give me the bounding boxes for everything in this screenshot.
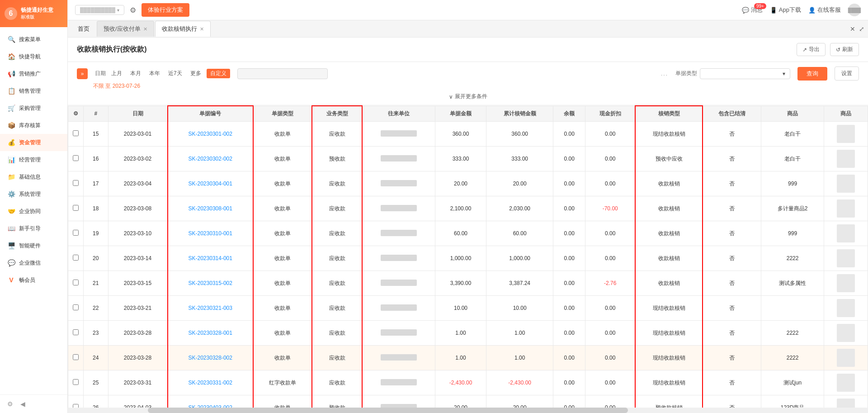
voucher-type-select[interactable]: ▾	[700, 68, 790, 79]
row-writeoff-amount: 333.00	[486, 147, 553, 171]
table-row: 25 2023-03-31 SK-20230331-002 红字收款单 应收款 …	[68, 370, 868, 395]
col-amount-header[interactable]: 单据金额	[435, 106, 486, 122]
row-checkbox[interactable]	[68, 271, 84, 296]
col-biz-type-header[interactable]: 业务类型	[312, 106, 362, 122]
col-voucher-no-header[interactable]: 单据编号	[168, 106, 253, 122]
date-last-month[interactable]: 上月	[108, 69, 125, 78]
date-this-year[interactable]: 本年	[146, 69, 163, 78]
sidebar-item-label: 资金管理	[19, 139, 41, 147]
row-checkbox[interactable]	[68, 246, 84, 271]
tab-home[interactable]: 首页	[71, 21, 96, 37]
row-voucher-no[interactable]: SK-20230304-001	[168, 171, 253, 196]
close-all-tabs-button[interactable]: ✕	[850, 25, 855, 33]
row-checkbox[interactable]	[68, 147, 84, 171]
avatar[interactable]: ████	[848, 4, 861, 16]
sidebar-item-member[interactable]: V 畅会员	[0, 271, 67, 289]
data-table-container[interactable]: ⚙ # 日期 单据编号 单据类型 业务类型 往来单位 单据金额 累计核销金额 余…	[68, 105, 868, 413]
row-voucher-type: 收款单	[253, 246, 312, 271]
row-voucher-no[interactable]: SK-20230331-002	[168, 370, 253, 395]
col-include-settled-header[interactable]: 包含已结清	[703, 106, 761, 122]
row-voucher-no[interactable]: SK-20230308-001	[168, 196, 253, 221]
row-voucher-no[interactable]: SK-20230301-002	[168, 122, 253, 147]
sidebar-item-sales[interactable]: 📋 销售管理	[0, 82, 67, 100]
row-date: 2023-03-28	[108, 346, 168, 370]
sidebar-item-wechat[interactable]: 💬 企业微信	[0, 254, 67, 271]
row-cash-discount: 0.00	[585, 147, 635, 171]
row-goods2	[824, 321, 868, 346]
row-checkbox[interactable]	[68, 370, 84, 395]
more-filter-dots[interactable]: ...	[661, 71, 668, 77]
sidebar-item-guide[interactable]: 📖 新手引导	[0, 220, 67, 237]
collapse-icon[interactable]: ◀	[20, 400, 25, 408]
col-cash-discount-header[interactable]: 现金折扣	[585, 106, 635, 122]
row-checkbox[interactable]	[68, 221, 84, 246]
row-writeoff-amount: 360.00	[486, 122, 553, 147]
row-no: 24	[84, 346, 108, 370]
export-button[interactable]: ↗ 导出	[797, 43, 826, 56]
expand-tab-button[interactable]: ⤢	[859, 25, 864, 33]
row-voucher-no[interactable]: SK-20230328-002	[168, 346, 253, 370]
tab-prepay-close-icon[interactable]: ✕	[143, 26, 147, 32]
row-voucher-no[interactable]: SK-20230321-003	[168, 296, 253, 321]
industry-solution-button[interactable]: 体验行业方案	[142, 3, 189, 17]
org-selector[interactable]: ██████████ ▾	[75, 5, 124, 15]
col-settings-header[interactable]: ⚙	[68, 106, 84, 122]
sidebar-item-hardware[interactable]: 🖥️ 智能硬件	[0, 237, 67, 254]
row-goods: 999	[761, 171, 824, 196]
sidebar-item-basic[interactable]: 📁 基础信息	[0, 168, 67, 185]
date-this-month[interactable]: 本月	[127, 69, 144, 78]
settings-gear-icon[interactable]: ⚙	[130, 6, 136, 14]
row-checkbox[interactable]	[68, 171, 84, 196]
col-writeoff-amount-header[interactable]: 累计核销金额	[486, 106, 553, 122]
query-button[interactable]: 查询	[797, 67, 827, 81]
row-cash-discount: 0.00	[585, 296, 635, 321]
date-last-7-days[interactable]: 近7天	[165, 69, 185, 78]
row-checkbox[interactable]	[68, 346, 84, 370]
tab-prepay[interactable]: 预收/应收付单 ✕	[97, 21, 154, 37]
col-date-header[interactable]: 日期	[108, 106, 168, 122]
row-checkbox[interactable]	[68, 122, 84, 147]
sidebar-item-finance[interactable]: 💰 资金管理	[0, 134, 67, 151]
sidebar-item-enterprise[interactable]: 🤝 企业协同	[0, 203, 67, 220]
refresh-button[interactable]: ↺ 刷新	[830, 43, 859, 56]
message-badge[interactable]: 💬 消息 99+	[742, 6, 763, 14]
sidebar-item-operations[interactable]: 📊 经营管理	[0, 151, 67, 168]
filter-toggle-button[interactable]: »	[77, 68, 88, 79]
app-download[interactable]: 📱 App下载	[770, 6, 801, 14]
sidebar-item-purchase[interactable]: 🛒 采购管理	[0, 100, 67, 117]
date-more[interactable]: 更多	[188, 69, 204, 78]
sidebar-item-inventory[interactable]: 📦 库存核算	[0, 117, 67, 134]
sidebar: 6 畅捷通好生意 标准版 🔍 搜索菜单 🏠 快捷导航 📢 营销推广 📋 销售管理…	[0, 0, 68, 413]
row-no: 17	[84, 171, 108, 196]
settings-button[interactable]: 设置	[835, 66, 859, 81]
col-voucher-type-header[interactable]: 单据类型	[253, 106, 312, 122]
row-voucher-no[interactable]: SK-20230328-001	[168, 321, 253, 346]
col-balance-header[interactable]: 余额	[553, 106, 585, 122]
date-custom-button[interactable]: 自定义	[207, 69, 230, 78]
expand-more-conditions[interactable]: ∨ 展开更多条件	[77, 93, 859, 100]
sidebar-item-quick-nav[interactable]: 🏠 快捷导航	[0, 48, 67, 65]
row-no: 22	[84, 296, 108, 321]
row-voucher-no[interactable]: SK-20230310-001	[168, 221, 253, 246]
online-support[interactable]: 👤 在线客服	[808, 6, 841, 14]
sidebar-item-marketing[interactable]: 📢 营销推广	[0, 65, 67, 82]
settings-icon[interactable]: ⚙	[7, 400, 13, 408]
row-checkbox[interactable]	[68, 196, 84, 221]
row-voucher-no[interactable]: SK-20230302-002	[168, 147, 253, 171]
horizontal-scrollbar[interactable]	[68, 408, 868, 413]
row-voucher-no[interactable]: SK-20230315-002	[168, 271, 253, 296]
row-voucher-no[interactable]: SK-20230314-001	[168, 246, 253, 271]
tab-collection[interactable]: 收款核销执行 ✕	[155, 21, 211, 37]
col-goods-header[interactable]: 商品	[761, 106, 824, 122]
row-partner	[362, 122, 435, 147]
col-goods2-header[interactable]: 商品	[824, 106, 868, 122]
trading-partner-input[interactable]	[237, 68, 328, 79]
col-writeoff-type-header[interactable]: 核销类型	[635, 106, 703, 122]
row-checkbox[interactable]	[68, 296, 84, 321]
sidebar-item-system[interactable]: ⚙️ 系统管理	[0, 185, 67, 203]
tab-collection-close-icon[interactable]: ✕	[200, 26, 204, 32]
sidebar-item-search[interactable]: 🔍 搜索菜单	[0, 31, 67, 48]
row-writeoff-amount: 20.00	[486, 171, 553, 196]
col-partner-header[interactable]: 往来单位	[362, 106, 435, 122]
row-checkbox[interactable]	[68, 321, 84, 346]
